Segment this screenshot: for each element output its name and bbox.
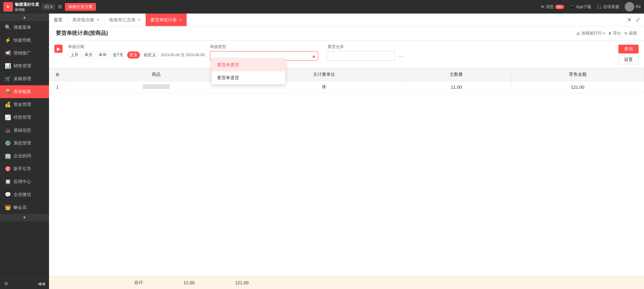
header-left: b 畅捷通好生意 标准版 41 ▾ ⚙ 体验行业方案 — [3, 2, 96, 12]
footer-amount: 121.00 — [195, 280, 249, 285]
table-container: ⚙ 商品 主计量单位 主数量 零售金额 1 — [49, 68, 644, 276]
filter-date-more-btn[interactable]: 更多 — [127, 51, 140, 59]
filter-type-label: 单据类型 — [210, 44, 318, 50]
table-footer: 合计 11.00 121.00 — [49, 276, 644, 289]
row-amount: 121.00 — [511, 81, 644, 93]
tab-order-stats[interactable]: 要货单统计表 ✕ — [146, 14, 187, 26]
col-quantity: 主数量 — [401, 68, 511, 81]
sidebar-item-wechat[interactable]: 💬 企业微信 — [0, 188, 49, 201]
appstore-icon: 🔲 — [5, 179, 11, 185]
message-icon: ✉ — [541, 4, 544, 9]
table-header: ⚙ 商品 主计量单位 主数量 零售金额 — [49, 68, 644, 81]
sidebar-item-inventory[interactable]: 📦 库存核算 — [0, 85, 49, 98]
tab-inventory-batch[interactable]: 库存批次账 ✕ — [68, 14, 104, 26]
print-icon: 🖨 — [576, 31, 580, 36]
sidebar-item-purchase[interactable]: 🛒 采购管理 — [0, 72, 49, 85]
sidebar-item-basic[interactable]: 🗂 基础信息 — [0, 124, 49, 137]
table-row: 1 块 11.00 121.00 — [49, 81, 644, 93]
sidebar-item-sales[interactable]: 📊 销售管理 — [0, 60, 49, 72]
content-area: 首页 库存批次账 ✕ 收发存汇总表 ✕ 要货单统计表 ✕ ✕ ⤢ 要 — [49, 14, 644, 289]
sidebar-item-management[interactable]: 📈 经营管理 — [0, 111, 49, 124]
tab-receive-send[interactable]: 收发存汇总表 ✕ — [104, 14, 146, 26]
store-selector[interactable]: 41 ▾ — [42, 4, 55, 10]
message-badge: 99+ — [555, 5, 564, 9]
filter-warehouse-label: 要货仓库 — [328, 44, 404, 50]
sidebar-item-search[interactable]: 🔍 搜索菜单 — [0, 21, 49, 34]
top-header: b 畅捷通好生意 标准版 41 ▾ ⚙ 体验行业方案 ✉ 消息 99+ 📱 Ap… — [0, 0, 644, 14]
footer-label: 合计 — [53, 280, 143, 286]
dropdown-item-order-purchase[interactable]: 要货单要货 — [212, 59, 285, 71]
tab-close-order-stats[interactable]: ✕ — [179, 18, 182, 22]
tab-close-receive-send[interactable]: ✕ — [138, 18, 141, 22]
filter-more-icon[interactable]: ··· — [397, 53, 404, 60]
sidebar: ▲ 🔍 搜索菜单 ⚡ 快捷导航 📢 营销推广 📊 销售管理 🛒 采购管理 📦 库… — [0, 14, 49, 289]
col-settings[interactable]: ⚙ — [49, 68, 66, 81]
sidebar-item-marketing[interactable]: 📢 营销推广 — [0, 47, 49, 60]
filter-date-7days[interactable]: 近7天 — [111, 51, 126, 59]
page-content: 要货单统计表(按商品) 🖨 按模板打印 ▾ ⬇ 导出 ↻ 刷新 — [49, 26, 644, 289]
print-chevron-icon: ▾ — [603, 31, 605, 35]
filter-date-this-month[interactable]: 本月 — [82, 51, 95, 59]
settings-icon[interactable]: ⚙ — [58, 4, 62, 10]
print-btn[interactable]: 🖨 按模板打印 ▾ — [576, 30, 605, 36]
search-icon: 🔍 — [5, 24, 11, 30]
collapse-icon[interactable]: ◀◀ — [38, 281, 45, 286]
footer-quantity: 11.00 — [143, 280, 195, 285]
logo-icon: b — [3, 2, 13, 12]
query-button[interactable]: 查询 — [618, 45, 639, 53]
settings-footer-icon[interactable]: ⚙ — [4, 281, 8, 286]
management-icon: 📈 — [5, 114, 11, 120]
sidebar-item-finance[interactable]: 💰 资金管理 — [0, 98, 49, 111]
filter-date-group: 单据日期 上月 本月 本年 近7天 更多 自定义 2023-05-06 至 20… — [68, 44, 205, 59]
filter-date-custom[interactable]: 自定义 — [141, 51, 158, 59]
filter-date-range: 2023-05-06 至 2023-06-06 — [161, 52, 205, 58]
app-icon: 📱 — [570, 4, 575, 9]
row-quantity: 11.00 — [401, 81, 511, 93]
sales-icon: 📊 — [5, 63, 11, 69]
header-right: ✉ 消息 99+ 📱 App下载 🎧 在线客服 Rit — [541, 2, 641, 12]
tab-close-all-btn[interactable]: ✕ — [626, 16, 633, 24]
system-icon: ⚙️ — [5, 140, 11, 146]
trial-button[interactable]: 体验行业方案 — [65, 3, 96, 11]
online-service-btn[interactable]: 🎧 在线客服 — [597, 4, 619, 10]
type-dropdown: 要货单要货 要货单退货 — [211, 58, 286, 85]
inventory-icon: 📦 — [5, 89, 11, 95]
sidebar-item-system[interactable]: ⚙️ 系统管理 — [0, 137, 49, 150]
filter-date-label: 单据日期 — [68, 44, 205, 50]
enterprise-icon: 🏢 — [5, 153, 11, 159]
refresh-btn[interactable]: ↻ 刷新 — [624, 30, 637, 36]
refresh-icon: ↻ — [624, 31, 628, 36]
sidebar-item-beginner[interactable]: 🎯 新手引导 — [0, 162, 49, 175]
sidebar-scroll-down[interactable]: ▼ — [0, 214, 49, 221]
sidebar-item-enterprise[interactable]: 🏢 企业协同 — [0, 150, 49, 162]
export-icon: ⬇ — [608, 31, 612, 36]
filter-warehouse-input[interactable] — [328, 51, 395, 61]
beginner-icon: 🎯 — [5, 166, 11, 172]
export-btn[interactable]: ⬇ 导出 — [608, 30, 621, 36]
user-avatar[interactable]: Rit — [625, 2, 641, 12]
column-settings-icon[interactable]: ⚙ — [55, 72, 59, 77]
app-download-btn[interactable]: 📱 App下载 — [570, 4, 591, 10]
tab-home[interactable]: 首页 — [49, 14, 68, 26]
filter-date-last-month[interactable]: 上月 — [68, 51, 81, 59]
filter-type-arrow-icon[interactable]: ▲ — [311, 53, 316, 59]
tab-close-inventory-batch[interactable]: ✕ — [96, 18, 99, 22]
dropdown-item-order-return[interactable]: 要货单退货 — [212, 71, 285, 84]
filter-date-this-year[interactable]: 本年 — [96, 51, 109, 59]
page-title: 要货单统计表(按商品) — [56, 30, 108, 37]
sidebar-scroll-up[interactable]: ▲ — [0, 14, 49, 21]
filter-expand-btn[interactable]: ▶ — [54, 45, 63, 53]
sidebar-item-appstore[interactable]: 🔲 应用中心 — [0, 175, 49, 188]
finance-icon: 💰 — [5, 102, 11, 108]
sidebar-item-member[interactable]: 👑 畅会员 — [0, 201, 49, 214]
filter-warehouse-row: ··· — [328, 51, 404, 61]
table-header-row: ⚙ 商品 主计量单位 主数量 零售金额 — [49, 68, 644, 81]
messages-btn[interactable]: ✉ 消息 99+ — [541, 4, 564, 10]
data-table: ⚙ 商品 主计量单位 主数量 零售金额 1 — [49, 68, 644, 93]
logo-text: 畅捷通好生意 — [15, 2, 39, 7]
purchase-icon: 🛒 — [5, 76, 11, 82]
basic-icon: 🗂 — [5, 128, 11, 133]
sidebar-item-quick-nav[interactable]: ⚡ 快捷导航 — [0, 34, 49, 47]
tab-expand-btn[interactable]: ⤢ — [634, 16, 641, 24]
setting-button[interactable]: 设置 — [618, 55, 639, 64]
